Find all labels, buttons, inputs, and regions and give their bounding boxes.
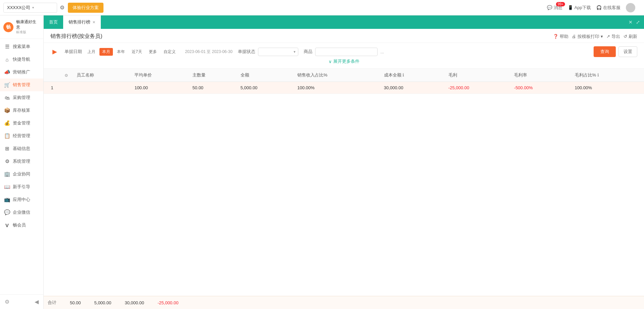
table-area: ⚙ 员工名称 平均单价 主数量 全额 销售收入占比% 成本全额 ℹ 毛 [44, 69, 644, 296]
sidebar-settings-btn[interactable]: ⚙ [3, 297, 11, 306]
status-select[interactable] [258, 48, 298, 56]
sidebar-label: 基础信息 [13, 146, 30, 152]
column-settings-icon[interactable]: ⚙ [65, 73, 68, 78]
home-tab-label: 首页 [49, 19, 58, 25]
sidebar-item-marketing[interactable]: 📣 营销推广 [0, 66, 43, 79]
th-profit-pct: 毛利占比% ℹ [571, 69, 644, 82]
home-icon: ⌂ [4, 57, 10, 62]
cell-sales-pct: 100.00% [293, 82, 380, 94]
window-maximize-icon[interactable]: ⤢ [636, 19, 640, 25]
print-button[interactable]: 🖨 按模板打印 ▾ [572, 34, 603, 40]
date-tab-more[interactable]: 更多 [146, 48, 160, 56]
expand-label: 展开更多条件 [333, 58, 359, 64]
filter-expand-arrow[interactable]: ▶ [50, 48, 59, 55]
th-avg-price: 平均单价 [130, 69, 188, 82]
th-sales-pct: 销售收入占比% [293, 69, 380, 82]
footer-amount: 5,000.00 [94, 300, 112, 305]
page-title: 销售排行榜(按业务员) [50, 33, 102, 40]
sidebar-label: 库存核算 [13, 107, 30, 113]
expand-row: ∨ 展开更多条件 [50, 57, 637, 65]
sidebar-item-app-center[interactable]: 📺 应用中心 [0, 193, 43, 206]
cell-profit-pct: 100.00% [571, 82, 644, 94]
cart-icon: 🛒 [4, 82, 10, 88]
chevron-down-icon: ▾ [32, 6, 34, 9]
cell-name [73, 82, 130, 94]
query-button[interactable]: 查询 [594, 46, 616, 57]
date-filter-group: 单据日期 上月 本月 本年 近7天 更多 自定义 [65, 48, 178, 56]
cell-qty: 50.00 [188, 82, 237, 94]
export-label: 导出 [611, 34, 620, 40]
sidebar-label: 系统管理 [13, 158, 30, 164]
sidebar-item-operations[interactable]: 📋 经营管理 [0, 130, 43, 142]
table-settings-button[interactable]: 设置 [618, 46, 637, 57]
sidebar-logo: 畅 畅康通好生意 标准版 [0, 15, 43, 39]
book-icon: 📖 [4, 184, 10, 190]
logo-text: 畅康通好生意 [16, 19, 40, 30]
menu-icon: ☰ [4, 44, 10, 50]
sidebar-item-capital[interactable]: 💰 资金管理 [0, 117, 43, 130]
message-button[interactable]: 💬 消息 99+ [547, 5, 562, 11]
footer-cost: 30,000.00 [125, 300, 144, 305]
print-chevron-icon: ▾ [601, 34, 603, 39]
online-service-button[interactable]: 🎧 在线客服 [596, 5, 620, 11]
app-download-button[interactable]: 📱 App下载 [568, 5, 591, 11]
expand-more-button[interactable]: ∨ 展开更多条件 [329, 58, 359, 64]
th-profit-rate: 毛利率 [510, 69, 571, 82]
refresh-button[interactable]: ↺ 刷新 [624, 34, 637, 40]
print-label: 按模板打印 [577, 34, 599, 40]
sidebar-item-enterprise[interactable]: 🏢 企业协同 [0, 168, 43, 181]
message-icon: 💬 [547, 5, 552, 10]
filter-ellipsis[interactable]: ... [380, 49, 384, 54]
profit-pct-info-icon[interactable]: ℹ [597, 72, 599, 78]
date-tab-this-month[interactable]: 本月 [99, 48, 113, 56]
date-tab-custom[interactable]: 自定义 [161, 48, 178, 56]
tab-sales-rank[interactable]: 销售排行榜 ✕ [63, 15, 101, 29]
company-selector[interactable]: XXXXX公司 ▾ [3, 3, 57, 13]
sidebar-label: 采购管理 [13, 95, 30, 101]
status-filter-label: 单据状态 [238, 49, 255, 55]
cell-profit-rate: -500.00% [510, 82, 571, 94]
user-avatar[interactable] [626, 3, 635, 12]
logo-icon: 畅 [3, 22, 13, 32]
sidebar-item-sales[interactable]: 🛒 销售管理 [0, 79, 43, 91]
sidebar-collapse-btn[interactable]: ◀ [33, 297, 41, 306]
th-profit: 毛利 [444, 69, 510, 82]
sidebar-label: 销售管理 [13, 82, 30, 88]
settings-icon[interactable]: ⚙ [60, 4, 65, 11]
money-icon: 💰 [4, 120, 10, 126]
sidebar-item-wechat[interactable]: 💬 企业微信 [0, 206, 43, 219]
refresh-label: 刷新 [629, 34, 637, 40]
sidebar-item-system[interactable]: ⚙ 系统管理 [0, 155, 43, 168]
date-filter-label: 单据日期 [65, 49, 82, 55]
sidebar-label: 新手引导 [13, 184, 30, 190]
tab-home[interactable]: 首页 [44, 15, 63, 29]
th-name: 员工名称 [73, 69, 130, 82]
sidebar-nav: ☰ 搜索菜单 ⌂ 快捷导航 📣 营销推广 🛒 销售管理 🛍 采购管理 [0, 39, 43, 294]
cost-info-icon[interactable]: ℹ [402, 72, 404, 78]
date-tab-this-year[interactable]: 本年 [114, 48, 128, 56]
sidebar-item-guide[interactable]: 📖 新手引导 [0, 181, 43, 193]
date-tab-last-month[interactable]: 上月 [85, 48, 98, 56]
sidebar-item-purchase[interactable]: 🛍 采购管理 [0, 91, 43, 104]
export-icon: ↗ [606, 34, 610, 39]
date-tab-7days[interactable]: 近7天 [129, 48, 145, 56]
goods-input[interactable] [315, 48, 378, 56]
sidebar-item-quick-nav[interactable]: ⌂ 快捷导航 [0, 53, 43, 66]
tab-close-icon[interactable]: ✕ [92, 20, 95, 24]
help-button[interactable]: ❓ 帮助 [553, 34, 568, 40]
question-icon: ❓ [553, 34, 558, 39]
sidebar-item-member[interactable]: V 畅会员 [0, 219, 43, 231]
trial-button[interactable]: 体验行业方案 [68, 3, 103, 13]
filter-area: ▶ 单据日期 上月 本月 本年 近7天 更多 自定义 [44, 43, 644, 69]
th-cost: 成本全额 ℹ [380, 69, 444, 82]
megaphone-icon: 📣 [4, 69, 10, 75]
sidebar-item-basic-info[interactable]: ⊞ 基础信息 [0, 142, 43, 155]
cell-profit: -25,000.00 [444, 82, 510, 94]
headset-icon: 🎧 [596, 5, 602, 10]
sidebar-item-search-order[interactable]: ☰ 搜索菜单 [0, 40, 43, 53]
th-qty: 主数量 [188, 69, 237, 82]
footer-profit: -25,000.00 [158, 300, 178, 305]
window-close-icon[interactable]: ✕ [629, 19, 633, 25]
export-button[interactable]: ↗ 导出 [606, 34, 620, 40]
sidebar-item-inventory[interactable]: 📦 库存核算 [0, 104, 43, 117]
